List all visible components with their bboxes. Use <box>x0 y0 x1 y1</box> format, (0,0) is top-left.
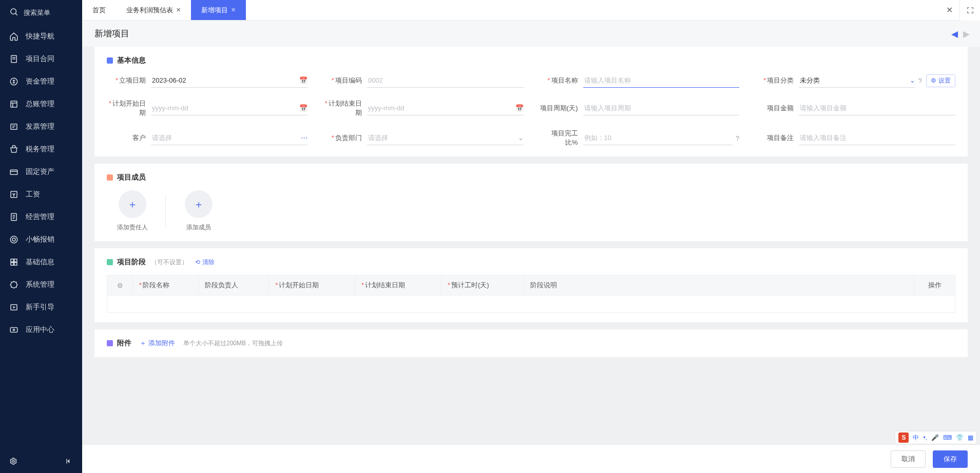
col-desc: 阶段说明 <box>524 275 914 295</box>
calendar-icon[interactable]: 📅 <box>515 104 524 112</box>
dept-input[interactable] <box>367 132 515 144</box>
sidebar-item-label: 税务管理 <box>26 145 54 154</box>
category-setting-button[interactable]: ⚙ 设置 <box>926 74 955 87</box>
tabbar: 首页 业务利润预估表 ✕ 新增项目 ✕ ✕ <box>82 0 959 21</box>
name-input[interactable] <box>583 74 740 86</box>
content: 新增项目 ◀ ▶ 基本信息 *立项日期 2023-06-02 <box>82 21 980 473</box>
ime-lang[interactable]: 中 <box>913 433 919 442</box>
tab-profit-estimate[interactable]: 业务利润预估表 ✕ <box>116 0 191 20</box>
add-attachment-button[interactable]: ＋ 添加附件 <box>140 339 175 348</box>
sidebar-menu: 快捷导航 项目合同 资金管理 总账管理 发票管理 税务管理 固定资产 工资 <box>0 25 82 451</box>
tab-label: 新增项目 <box>201 6 228 15</box>
sidebar-item-fund[interactable]: 资金管理 <box>0 70 82 93</box>
add-owner-label: 添加责任人 <box>117 223 148 232</box>
sidebar-item-biz[interactable]: 经营管理 <box>0 206 82 228</box>
page-title: 新增项目 <box>94 28 129 40</box>
basic-icon <box>9 258 18 267</box>
sidebar-item-apps[interactable]: 应用中心 <box>0 319 82 341</box>
remark-input[interactable] <box>799 132 955 144</box>
calendar-icon[interactable]: 📅 <box>299 104 308 112</box>
ime-keyboard-icon[interactable]: ⌨ <box>943 434 952 441</box>
sidebar-item-label: 项目合同 <box>26 54 54 64</box>
sidebar-search-label: 搜索菜单 <box>24 8 50 17</box>
settings-icon[interactable] <box>9 457 17 467</box>
svg-point-19 <box>10 236 17 243</box>
sidebar-item-contract[interactable]: 项目合同 <box>0 48 82 70</box>
tab-home[interactable]: 首页 <box>82 0 116 20</box>
close-icon[interactable]: ✕ <box>231 7 236 13</box>
sidebar-item-expense[interactable]: 小畅报销 <box>0 228 82 251</box>
complete-input[interactable] <box>583 132 733 144</box>
sidebar-item-label: 发票管理 <box>26 122 54 131</box>
add-owner: ＋ 添加责任人 <box>107 190 158 232</box>
sidebar-item-system[interactable]: 系统管理 <box>0 273 82 296</box>
tabs-close-all-icon[interactable]: ✕ <box>942 3 956 17</box>
field-category: *项目分类 未分类 ⌄ ? ⚙ 设置 <box>755 73 955 88</box>
add-owner-button[interactable]: ＋ <box>119 190 146 218</box>
category-value[interactable]: 未分类 <box>799 74 907 87</box>
tab-new-project[interactable]: 新增项目 ✕ <box>191 0 246 20</box>
ime-voice-icon[interactable]: 🎤 <box>931 434 939 441</box>
fullscreen-icon[interactable] <box>959 0 980 21</box>
sidebar-item-basic[interactable]: 基础信息 <box>0 251 82 273</box>
sidebar-search[interactable]: 搜索菜单 <box>0 0 82 25</box>
apps-icon <box>9 325 18 334</box>
ime-punctuation-icon[interactable]: •, <box>923 434 927 441</box>
gear-column[interactable]: ⚙ <box>107 275 133 295</box>
plus-icon: ＋ <box>140 339 146 348</box>
amount-input[interactable] <box>799 102 955 114</box>
add-member-button[interactable]: ＋ <box>185 190 213 218</box>
attach-icon <box>107 340 113 346</box>
field-remark: 项目备注 <box>755 129 955 147</box>
tab-label: 业务利润预估表 <box>126 6 173 15</box>
field-customer: 客户 ⋯ <box>107 129 308 147</box>
svg-line-1 <box>15 13 17 15</box>
chevron-down-icon[interactable]: ⌄ <box>910 76 915 84</box>
code-input[interactable] <box>367 74 524 86</box>
sidebar-item-asset[interactable]: 固定资产 <box>0 161 82 183</box>
sidebar-item-invoice[interactable]: 发票管理 <box>0 115 82 138</box>
field-name: *项目名称 <box>539 73 740 88</box>
sidebar-bottom <box>0 451 82 473</box>
page-header: 新增项目 ◀ ▶ <box>82 21 980 47</box>
ime-toolbox-icon[interactable]: ▦ <box>968 434 973 441</box>
field-amount: 项目金额 <box>755 99 955 117</box>
ime-skin-icon[interactable]: 👕 <box>956 434 964 441</box>
section-title: 基本信息 <box>117 56 146 65</box>
help-icon[interactable]: ? <box>918 77 922 85</box>
sidebar-item-quick-nav[interactable]: 快捷导航 <box>0 25 82 48</box>
period-input[interactable] <box>583 102 740 114</box>
close-icon[interactable]: ✕ <box>176 7 181 13</box>
sidebar-item-ledger[interactable]: 总账管理 <box>0 93 82 115</box>
sidebar-item-label: 应用中心 <box>26 325 54 334</box>
sidebar-item-salary[interactable]: 工资 <box>0 183 82 206</box>
more-icon[interactable]: ⋯ <box>301 134 308 142</box>
svg-point-27 <box>13 329 15 331</box>
cancel-button[interactable]: 取消 <box>891 450 926 468</box>
section-title: 项目阶段 <box>117 258 146 267</box>
plan-end-input[interactable] <box>367 102 512 114</box>
date-value[interactable]: 2023-06-02 <box>151 74 296 86</box>
person-icon <box>107 174 113 181</box>
prev-record-icon[interactable]: ◀ <box>951 28 958 39</box>
col-start: *计划开始日期 <box>269 275 355 295</box>
save-button[interactable]: 保存 <box>933 450 968 468</box>
col-hours: *预计工时(天) <box>441 275 524 295</box>
stage-clear-button[interactable]: ⟲ 清除 <box>195 258 215 267</box>
sidebar-item-tax[interactable]: 税务管理 <box>0 138 82 161</box>
collapse-icon[interactable] <box>65 457 73 467</box>
svg-rect-23 <box>14 263 17 265</box>
calendar-icon[interactable]: 📅 <box>299 76 308 84</box>
salary-icon <box>9 190 18 199</box>
attach-hint: 单个大小不超过200MB，可拖拽上传 <box>183 339 283 348</box>
chevron-down-icon[interactable]: ⌄ <box>518 134 524 142</box>
customer-input[interactable] <box>151 132 298 144</box>
sidebar-item-guide[interactable]: 新手引导 <box>0 296 82 319</box>
sidebar: 搜索菜单 快捷导航 项目合同 资金管理 总账管理 发票管理 税务管理 <box>0 0 82 473</box>
section-attach: 附件 <box>107 339 131 348</box>
ime-bar[interactable]: S 中 •, 🎤 ⌨ 👕 ▦ <box>895 431 977 444</box>
stage-icon <box>107 259 113 265</box>
stage-empty-row[interactable] <box>107 295 955 313</box>
help-icon[interactable]: ? <box>736 134 739 142</box>
plan-start-input[interactable] <box>151 102 296 114</box>
